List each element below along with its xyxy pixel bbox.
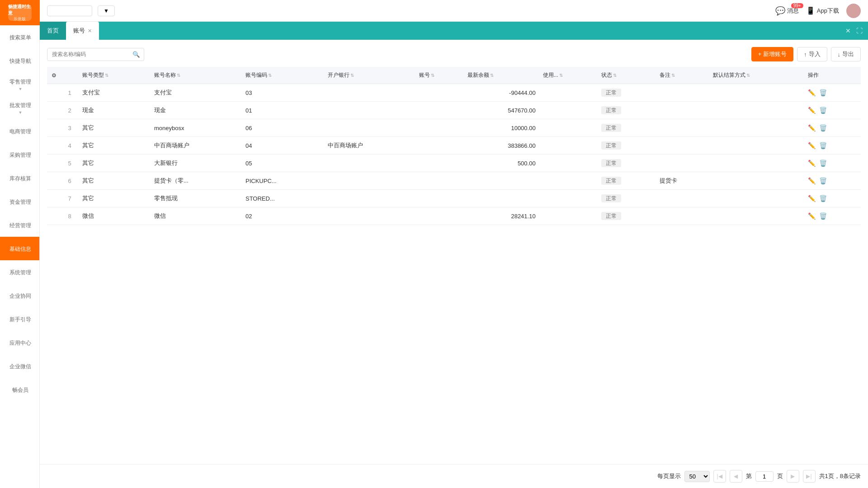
th-status[interactable]: 状态⇅ [598, 67, 656, 84]
edit-icon[interactable]: ✏️ [808, 124, 816, 131]
tab-maximize-icon[interactable]: ⛶ [854, 25, 864, 36]
sidebar-item-app-center[interactable]: 应用中心 [0, 331, 39, 354]
sidebar-item-label: 批发管理 [9, 102, 31, 109]
sidebar-item-purchase-mgmt[interactable]: 采购管理 [0, 143, 39, 166]
sort-icon: ⇅ [177, 73, 180, 78]
delete-icon[interactable]: 🗑️ [819, 142, 827, 149]
sidebar-item-ecommerce-mgmt[interactable]: 电商管理 [0, 119, 39, 143]
cell-opening-bank [324, 102, 415, 119]
th-account-name[interactable]: 账号名称⇅ [151, 67, 242, 84]
search-button[interactable]: 🔍 [129, 48, 144, 61]
delete-icon[interactable]: 🗑️ [819, 160, 827, 167]
export-button[interactable]: ↓ 导出 [831, 47, 861, 61]
th-opening-bank[interactable]: 开户银行⇅ [324, 67, 415, 84]
user-avatar[interactable] [846, 4, 861, 18]
cell-notes [656, 207, 709, 225]
page-label: 第 [746, 472, 752, 480]
page-prev-button[interactable]: ◀ [730, 470, 742, 483]
edit-icon[interactable]: ✏️ [808, 89, 816, 96]
sidebar-item-retail-mgmt[interactable]: 零售管理 ▼ [0, 72, 39, 96]
cell-account-name: 支付宝 [151, 84, 242, 102]
delete-icon[interactable]: 🗑️ [819, 89, 827, 96]
delete-icon[interactable]: 🗑️ [819, 124, 827, 131]
page-number-input[interactable] [755, 471, 774, 482]
th-settings[interactable]: ⚙ [47, 67, 61, 84]
edit-icon[interactable]: ✏️ [808, 107, 816, 114]
sidebar-item-enterprise-agreement[interactable]: 企业协同 [0, 284, 39, 307]
th-usage[interactable]: 使用...⇅ [539, 67, 598, 84]
sidebar-item-inventory-calc[interactable]: 库存核算 [0, 166, 39, 190]
tab-minimize-icon[interactable]: ✕ [844, 25, 853, 36]
sidebar-item-new-guide[interactable]: 新手引导 [0, 307, 39, 331]
per-page-select[interactable]: 50 100 [684, 471, 710, 482]
tab-account[interactable]: 账号 ✕ [66, 22, 99, 40]
page-first-button[interactable]: |◀ [713, 470, 726, 483]
cell-account-code: 05 [242, 155, 324, 172]
delete-icon[interactable]: 🗑️ [819, 195, 827, 202]
cell-settings [47, 102, 61, 119]
cell-num: 2 [61, 102, 79, 119]
cell-num: 8 [61, 207, 79, 225]
add-account-button[interactable]: + 新增账号 [751, 47, 793, 61]
cell-default-settlement [709, 119, 805, 137]
cell-default-settlement [709, 137, 805, 155]
page-last-button[interactable]: ▶| [803, 470, 816, 483]
edit-icon[interactable]: ✏️ [808, 160, 816, 167]
edit-icon[interactable]: ✏️ [808, 195, 816, 202]
sidebar-item-search-menu[interactable]: 搜索菜单 [0, 25, 39, 49]
sidebar-item-label: 资金管理 [9, 198, 31, 206]
cell-account-type: 其它 [79, 172, 151, 190]
sidebar-nav: 搜索菜单 快捷导航 零售管理 ▼ 批发管理 ▼ 电商管理 采购管理 库存核算 资… [0, 25, 39, 488]
sidebar-item-wholesale-mgmt[interactable]: 批发管理 ▼ [0, 96, 39, 119]
topbar-dropdown-button[interactable]: ▼ [98, 5, 115, 16]
cell-num: 7 [61, 190, 79, 207]
sidebar-item-quick-nav[interactable]: 快捷导航 [0, 49, 39, 72]
sidebar-item-ops-mgmt[interactable]: 经营管理 [0, 213, 39, 237]
cell-usage [539, 207, 598, 225]
edit-icon[interactable]: ✏️ [808, 212, 816, 220]
tab-account-label: 账号 [73, 27, 85, 35]
chevron-icon: ▼ [19, 87, 23, 91]
edit-icon[interactable]: ✏️ [808, 177, 816, 184]
th-usage-label: 使用... [543, 71, 558, 79]
sidebar-item-fund-mgmt[interactable]: 资金管理 [0, 190, 39, 213]
import-button[interactable]: ↑ 导入 [797, 47, 827, 61]
search-input[interactable] [47, 48, 129, 60]
cell-latest-balance: 10000.00 [464, 119, 539, 137]
cell-account-name: moneybosx [151, 119, 242, 137]
sidebar-item-vip[interactable]: 畅会员 [0, 378, 39, 401]
status-badge: 正常 [601, 212, 621, 220]
cell-status: 正常 [598, 190, 656, 207]
delete-icon[interactable]: 🗑️ [819, 212, 827, 220]
tab-close-icon[interactable]: ✕ [88, 28, 92, 34]
topbar-left: ▼ [47, 5, 115, 16]
th-account-code[interactable]: 账号编码⇅ [242, 67, 324, 84]
th-account-type[interactable]: 账号类型⇅ [79, 67, 151, 84]
edit-icon[interactable]: ✏️ [808, 142, 816, 149]
cell-account-type: 其它 [79, 155, 151, 172]
topbar-search-input[interactable] [47, 5, 92, 16]
sidebar-item-label: 库存核算 [9, 175, 31, 183]
app-download-button[interactable]: 📱 App下载 [806, 6, 839, 15]
sidebar-item-basic-info[interactable]: 基础信息 [0, 237, 39, 260]
action-buttons: ✏️ 🗑️ [808, 124, 857, 131]
delete-icon[interactable]: 🗑️ [819, 177, 827, 184]
delete-icon[interactable]: 🗑️ [819, 107, 827, 114]
th-account-number[interactable]: 账号⇅ [415, 67, 464, 84]
table-row: 7 其它 零售抵现 STORED... 正常 ✏️ 🗑️ [47, 190, 861, 207]
sidebar-item-sys-mgmt[interactable]: 系统管理 [0, 260, 39, 284]
cell-account-code: 03 [242, 84, 324, 102]
tabbar: 首页 账号 ✕ ✕ ⛶ [40, 22, 868, 40]
cell-default-settlement [709, 190, 805, 207]
tab-home[interactable]: 首页 [40, 22, 66, 40]
th-latest-balance[interactable]: 最新余额⇅ [464, 67, 539, 84]
th-notes-label: 备注 [660, 71, 670, 79]
th-default-settlement[interactable]: 默认结算方式⇅ [709, 67, 805, 84]
th-notes[interactable]: 备注⇅ [656, 67, 709, 84]
sidebar-item-enterprise-wechat[interactable]: 企业微信 [0, 354, 39, 378]
message-button[interactable]: 💬 消息 99+ [775, 6, 799, 16]
logo-text: 畅捷通时生意 [8, 4, 32, 16]
cell-account-code: 02 [242, 207, 324, 225]
cell-usage [539, 102, 598, 119]
page-next-button[interactable]: ▶ [787, 470, 799, 483]
